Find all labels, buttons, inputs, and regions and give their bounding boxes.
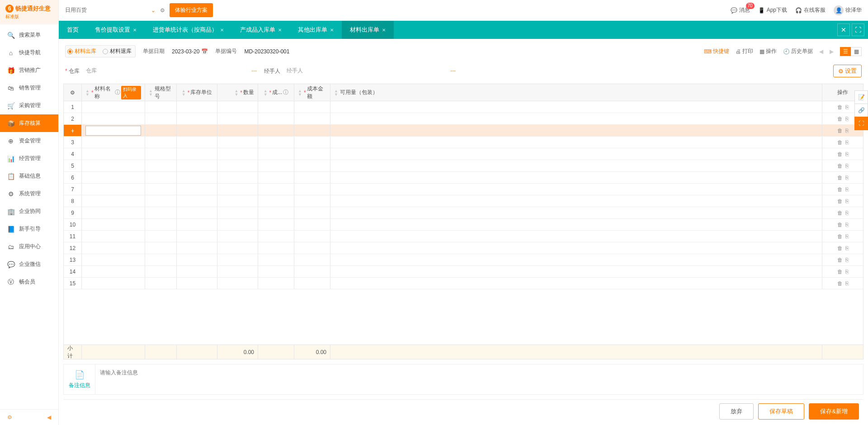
nav-item-2[interactable]: 🎁营销推广: [0, 61, 58, 79]
tab-close[interactable]: ✕: [278, 28, 282, 33]
table-row[interactable]: 7🗑⎘: [64, 184, 863, 195]
nav-item-10[interactable]: 🏢企业协同: [0, 203, 58, 220]
online-service[interactable]: 🎧在线客服: [795, 6, 826, 14]
tab-close[interactable]: ✕: [220, 28, 224, 33]
th-amount[interactable]: ▲▼*成本金额: [294, 84, 330, 101]
history-button[interactable]: 🕘历史单据: [783, 47, 813, 55]
nav-item-7[interactable]: 📊经营管理: [0, 150, 58, 167]
tab-2[interactable]: 进货单统计表（按商品）✕: [145, 21, 232, 39]
th-qty[interactable]: ▲▼*数量: [217, 84, 258, 101]
nav-item-12[interactable]: 🗂应用中心: [0, 238, 58, 255]
delete-icon[interactable]: 🗑: [837, 257, 843, 263]
nav-item-9[interactable]: ⚙系统管理: [0, 185, 58, 203]
view-list[interactable]: ☰: [840, 47, 851, 56]
th-gear[interactable]: ⚙: [64, 84, 82, 101]
copy-icon[interactable]: ⎘: [845, 116, 849, 122]
gear-icon[interactable]: ⚙: [160, 7, 165, 14]
tab-1[interactable]: 售价提取设置✕: [87, 21, 145, 39]
tab-4[interactable]: 其他出库单✕: [290, 21, 342, 39]
table-row[interactable]: +🗑⎘: [64, 125, 863, 137]
delete-icon[interactable]: 🗑: [837, 186, 843, 193]
copy-icon[interactable]: ⎘: [845, 222, 849, 228]
copy-icon[interactable]: ⎘: [845, 128, 849, 134]
table-row[interactable]: 13🗑⎘: [64, 254, 863, 266]
save-new-button[interactable]: 保存&新增: [809, 403, 859, 420]
nav-item-0[interactable]: 🔍搜索菜单: [0, 26, 58, 44]
tab-close-all[interactable]: ✕: [837, 24, 850, 36]
delete-icon[interactable]: 🗑: [837, 269, 843, 275]
nav-item-11[interactable]: 📘新手引导: [0, 220, 58, 238]
settings-icon[interactable]: ⚙: [7, 414, 12, 420]
side-tool-link[interactable]: 🔗: [854, 104, 868, 117]
tab-expand[interactable]: ⛶: [852, 24, 864, 36]
copy-icon[interactable]: ⎘: [845, 257, 849, 263]
prev-icon[interactable]: ◀: [819, 48, 823, 55]
delete-icon[interactable]: 🗑: [837, 139, 843, 146]
table-row[interactable]: 10🗑⎘: [64, 219, 863, 231]
add-row-icon[interactable]: +: [69, 127, 77, 135]
table-row[interactable]: 9🗑⎘: [64, 207, 863, 219]
delete-icon[interactable]: 🗑: [837, 151, 843, 157]
table-row[interactable]: 8🗑⎘: [64, 195, 863, 207]
th-cost[interactable]: ▲▼*成...ⓘ: [258, 84, 294, 101]
shortcut-button[interactable]: ⌨快捷键: [704, 47, 729, 55]
app-download[interactable]: 📱App下载: [758, 6, 787, 14]
tab-5[interactable]: 材料出库单✕: [342, 21, 394, 39]
nav-item-13[interactable]: 💬企业微信: [0, 255, 58, 273]
nav-item-8[interactable]: 📋基础信息: [0, 167, 58, 185]
delete-icon[interactable]: 🗑: [837, 245, 843, 251]
ops-button[interactable]: ▦操作: [760, 47, 777, 55]
th-name[interactable]: ▲▼*材料名称ⓘ扫码录入: [82, 84, 145, 101]
table-row[interactable]: 3🗑⎘: [64, 137, 863, 148]
th-unit[interactable]: ▲▼*库存单位: [177, 84, 217, 101]
tab-0[interactable]: 首页: [59, 21, 87, 39]
doc-date[interactable]: 2023-03-20📅: [172, 48, 208, 55]
save-draft-button[interactable]: 保存草稿: [758, 403, 804, 420]
copy-icon[interactable]: ⎘: [845, 175, 849, 181]
handler-input[interactable]: 经手人⋯: [284, 65, 458, 77]
copy-icon[interactable]: ⎘: [845, 233, 849, 240]
next-icon[interactable]: ▶: [830, 48, 834, 55]
table-row[interactable]: 14🗑⎘: [64, 266, 863, 278]
store-select[interactable]: 日用百货 ⌄: [65, 4, 156, 17]
user-menu[interactable]: 👤徐泽华: [834, 5, 862, 15]
delete-icon[interactable]: 🗑: [837, 198, 843, 204]
table-row[interactable]: 6🗑⎘: [64, 172, 863, 184]
side-tool-note[interactable]: 📝: [854, 90, 868, 104]
tab-3[interactable]: 产成品入库单✕: [232, 21, 290, 39]
nav-item-5[interactable]: 📦库存核算: [0, 114, 58, 132]
delete-icon[interactable]: 🗑: [837, 222, 843, 228]
nav-item-3[interactable]: 🛍销售管理: [0, 79, 58, 97]
notes-input[interactable]: [95, 364, 863, 394]
delete-icon[interactable]: 🗑: [837, 233, 843, 240]
view-grid[interactable]: ▦: [851, 47, 862, 56]
copy-icon[interactable]: ⎘: [845, 139, 849, 146]
messages[interactable]: 💬 消息 70: [731, 6, 750, 14]
delete-icon[interactable]: 🗑: [837, 128, 843, 134]
radio-material-out[interactable]: 材料出库: [67, 47, 96, 55]
delete-icon[interactable]: 🗑: [837, 104, 843, 110]
delete-icon[interactable]: 🗑: [837, 210, 843, 216]
table-row[interactable]: 5🗑⎘: [64, 160, 863, 172]
discard-button[interactable]: 放弃: [719, 403, 754, 420]
radio-material-return[interactable]: 材料退库: [103, 47, 132, 55]
scan-tag[interactable]: 扫码录入: [121, 86, 141, 99]
copy-icon[interactable]: ⎘: [845, 104, 849, 110]
delete-icon[interactable]: 🗑: [837, 175, 843, 181]
tab-close[interactable]: ✕: [330, 28, 334, 33]
table-row[interactable]: 1🗑⎘: [64, 101, 863, 113]
settings-button[interactable]: ⚙设置: [833, 65, 862, 77]
collapse-icon[interactable]: ◀: [47, 414, 51, 420]
tab-close[interactable]: ✕: [382, 28, 386, 33]
copy-icon[interactable]: ⎘: [845, 163, 849, 169]
warehouse-input[interactable]: 仓库⋯: [83, 65, 259, 77]
tab-close[interactable]: ✕: [133, 28, 137, 33]
nav-item-14[interactable]: Ⓥ畅会员: [0, 273, 58, 291]
delete-icon[interactable]: 🗑: [837, 116, 843, 122]
material-name-input[interactable]: [85, 126, 141, 136]
copy-icon[interactable]: ⎘: [845, 151, 849, 157]
trial-button[interactable]: 体验行业方案: [170, 3, 213, 17]
nav-item-4[interactable]: 🛒采购管理: [0, 97, 58, 114]
copy-icon[interactable]: ⎘: [845, 280, 849, 287]
copy-icon[interactable]: ⎘: [845, 210, 849, 216]
